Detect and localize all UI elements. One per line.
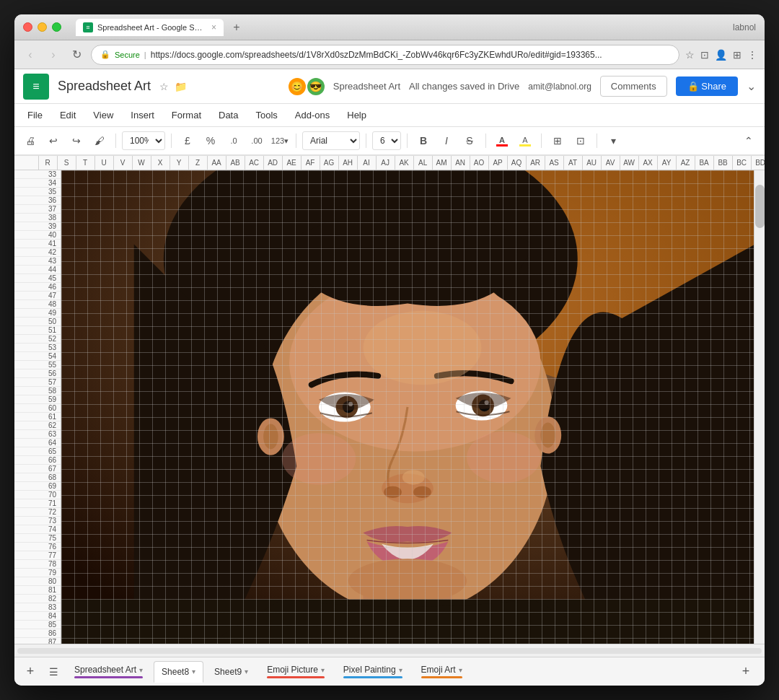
forward-button[interactable]: ›	[45, 46, 62, 64]
row-header-75[interactable]: 75	[14, 534, 61, 543]
col-header-y[interactable]: Y	[170, 156, 189, 170]
pixel-painting-tab-dropdown[interactable]: ▾	[399, 666, 402, 674]
sheet-tab-emoji-picture[interactable]: Emoji Picture ▾	[259, 661, 333, 683]
row-header-56[interactable]: 56	[14, 369, 61, 378]
row-header-66[interactable]: 66	[14, 456, 61, 465]
sheet-tab-sheet8[interactable]: Sheet8 ▾	[154, 661, 203, 683]
bottom-scrollbar[interactable]	[14, 645, 765, 656]
col-header-az[interactable]: AZ	[677, 156, 695, 170]
close-button[interactable]	[23, 22, 32, 32]
row-header-47[interactable]: 47	[14, 292, 61, 300]
col-header-aw[interactable]: AW	[620, 156, 639, 170]
col-header-av[interactable]: AV	[602, 156, 620, 170]
col-header-ar[interactable]: AR	[527, 156, 545, 170]
folder-icon[interactable]: 📁	[175, 81, 187, 92]
sheet-menu-button[interactable]: ☰	[43, 662, 63, 682]
url-box[interactable]: 🔒 Secure | https://docs.google.com/sprea…	[91, 45, 679, 65]
col-header-x[interactable]: X	[151, 156, 170, 170]
zoom-select[interactable]: 100%	[122, 131, 165, 150]
decimal-less-button[interactable]: .0	[224, 131, 244, 151]
col-header-ai[interactable]: AI	[358, 156, 377, 170]
row-header-36[interactable]: 36	[14, 196, 61, 205]
col-header-ak[interactable]: AK	[395, 156, 414, 170]
col-header-ag[interactable]: AG	[320, 156, 339, 170]
row-header-77[interactable]: 77	[14, 551, 61, 560]
col-header-as[interactable]: AS	[545, 156, 564, 170]
col-header-ax[interactable]: AX	[639, 156, 658, 170]
col-header-aa[interactable]: AA	[208, 156, 226, 170]
row-header-55[interactable]: 55	[14, 361, 61, 369]
col-header-u[interactable]: U	[95, 156, 114, 170]
col-header-ay[interactable]: AY	[658, 156, 677, 170]
col-header-t[interactable]: T	[76, 156, 95, 170]
col-header-ac[interactable]: AC	[245, 156, 264, 170]
redo-button[interactable]: ↪	[66, 131, 87, 151]
sheet8-tab-dropdown[interactable]: ▾	[192, 668, 195, 675]
star-icon[interactable]: ☆	[159, 81, 169, 92]
row-header-87[interactable]: 87	[14, 638, 61, 644]
row-header-51[interactable]: 51	[14, 326, 61, 335]
row-header-53[interactable]: 53	[14, 344, 61, 352]
row-header-63[interactable]: 63	[14, 430, 61, 439]
undo-button[interactable]: ↩	[43, 131, 63, 151]
collapse-toolbar-button[interactable]: ⌃	[739, 131, 759, 151]
number-format-button[interactable]: 123▾	[270, 131, 290, 151]
reload-button[interactable]: ↻	[68, 46, 85, 64]
sheet-tab-sheet9[interactable]: Sheet9 ▾	[206, 661, 256, 683]
row-header-39[interactable]: 39	[14, 222, 61, 231]
row-header-38[interactable]: 38	[14, 214, 61, 222]
row-header-73[interactable]: 73	[14, 517, 61, 525]
font-size-select[interactable]: 6	[372, 131, 401, 150]
new-tab-button[interactable]: +	[226, 19, 247, 35]
chevron-down-icon[interactable]: ⌄	[747, 79, 756, 93]
col-header-r[interactable]: R	[39, 156, 58, 170]
row-header-34[interactable]: 34	[14, 179, 61, 188]
menu-data[interactable]: Data	[211, 107, 245, 123]
more-tools-button[interactable]: ▾	[603, 131, 623, 151]
doc-title[interactable]: Spreadsheet Art	[58, 79, 151, 94]
row-header-71[interactable]: 71	[14, 499, 61, 508]
col-header-w[interactable]: W	[133, 156, 151, 170]
browser-tab-active[interactable]: ≡ Spreadsheet Art - Google She... ×	[76, 19, 224, 36]
tab-close-icon[interactable]: ×	[211, 22, 216, 32]
add-sheet-button[interactable]: +	[20, 662, 40, 682]
menu-file[interactable]: File	[20, 107, 50, 123]
row-header-70[interactable]: 70	[14, 491, 61, 499]
sheet-tab-spreadsheet-art[interactable]: Spreadsheet Art ▾	[66, 661, 151, 683]
row-header-37[interactable]: 37	[14, 205, 61, 214]
maximize-button[interactable]	[52, 22, 61, 32]
col-header-au[interactable]: AU	[583, 156, 602, 170]
row-header-80[interactable]: 80	[14, 577, 61, 586]
strikethrough-button[interactable]: S	[459, 131, 480, 151]
comments-button[interactable]: Comments	[600, 76, 667, 97]
col-header-bd[interactable]: BD	[752, 156, 765, 170]
row-header-74[interactable]: 74	[14, 525, 61, 534]
menu-view[interactable]: View	[86, 107, 120, 123]
col-header-an[interactable]: AN	[452, 156, 470, 170]
col-header-af[interactable]: AF	[302, 156, 320, 170]
menu-edit[interactable]: Edit	[53, 107, 83, 123]
col-header-ah[interactable]: AH	[339, 156, 358, 170]
minimize-button[interactable]	[38, 22, 47, 32]
col-header-v[interactable]: V	[114, 156, 133, 170]
row-header-58[interactable]: 58	[14, 387, 61, 395]
extensions-icon[interactable]: ⊞	[733, 49, 741, 61]
row-header-78[interactable]: 78	[14, 560, 61, 569]
italic-button[interactable]: I	[436, 131, 457, 151]
emoji-picture-tab-dropdown[interactable]: ▾	[321, 666, 325, 674]
font-select[interactable]: Arial	[302, 131, 360, 150]
col-header-s[interactable]: S	[58, 156, 76, 170]
menu-format[interactable]: Format	[164, 107, 208, 123]
back-button[interactable]: ‹	[22, 46, 39, 64]
user-account[interactable]: amit@labnol.org	[528, 82, 591, 92]
col-header-ab[interactable]: AB	[226, 156, 245, 170]
row-header-33[interactable]: 33	[14, 170, 61, 179]
row-header-86[interactable]: 86	[14, 629, 61, 638]
row-header-61[interactable]: 61	[14, 413, 61, 421]
row-header-50[interactable]: 50	[14, 318, 61, 326]
menu-addons[interactable]: Add-ons	[288, 107, 337, 123]
row-header-79[interactable]: 79	[14, 569, 61, 577]
col-header-am[interactable]: AM	[433, 156, 452, 170]
spreadsheet-art-tab-dropdown[interactable]: ▾	[139, 666, 143, 674]
bookmark-icon[interactable]: ☆	[685, 49, 695, 61]
